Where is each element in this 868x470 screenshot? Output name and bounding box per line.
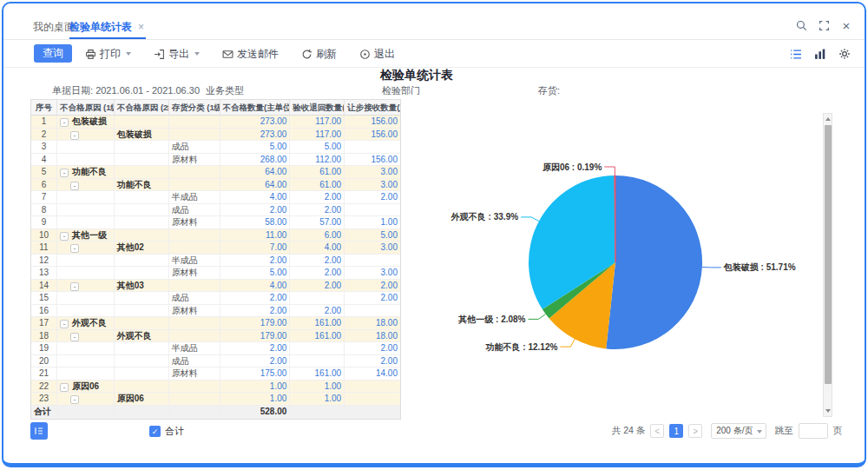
refresh-button[interactable]: 刷新	[301, 47, 337, 62]
cell-reason2: 原因06	[115, 393, 169, 406]
table-row[interactable]: 12半成品2.002.00	[31, 255, 400, 268]
print-button[interactable]: 打印	[85, 47, 131, 62]
cell-accept-qty: 18.00	[345, 330, 400, 343]
check-icon: ✓	[152, 427, 159, 436]
jump-page-input[interactable]	[799, 423, 828, 439]
collapse-icon[interactable]: -	[60, 118, 69, 127]
cell-accept-qty	[345, 255, 400, 268]
table-row[interactable]: 21原材料175.00161.0014.00	[31, 367, 400, 381]
vertical-scrollbar[interactable]	[823, 113, 832, 417]
cell-reason2	[115, 204, 169, 217]
filter-inspect-dept[interactable]: 检验部门	[382, 84, 420, 97]
filter-stock[interactable]: 存货:	[538, 84, 560, 97]
tab-report[interactable]: 检验单统计表×	[69, 17, 146, 39]
table-row[interactable]: 10-其他一级11.006.005.00	[31, 229, 400, 242]
gear-icon[interactable]	[838, 48, 851, 60]
cell-qty: 2.00	[220, 355, 291, 368]
pie-chart[interactable]: 包装破损 : 51.71%功能不良 : 12.12%其他一级 : 2.08%外观…	[417, 103, 826, 427]
table-row[interactable]: 11-其他027.004.003.00	[31, 242, 400, 255]
cell-category	[169, 381, 220, 394]
list-view-icon[interactable]	[790, 49, 802, 60]
table-row[interactable]: 14-其他034.002.002.00	[31, 280, 400, 293]
footer-cell	[345, 406, 400, 419]
cell-return-qty: 61.00	[290, 179, 345, 192]
collapse-icon[interactable]: -	[70, 131, 79, 140]
cell-reason2	[115, 381, 169, 394]
table-row[interactable]: 3成品5.005.00	[31, 141, 400, 154]
query-button[interactable]: 查询	[34, 44, 72, 63]
total-checkbox[interactable]: ✓	[149, 426, 161, 437]
fullscreen-icon[interactable]	[818, 19, 830, 31]
table-row[interactable]: 22-原因061.001.00	[31, 381, 400, 394]
cell-reason1: -其他一级	[57, 229, 115, 242]
table-row[interactable]: 15成品2.002.00	[31, 292, 400, 305]
collapse-icon[interactable]: -	[70, 182, 79, 190]
cell-no: 2	[31, 129, 57, 142]
table-row[interactable]: 16原材料2.002.00	[31, 305, 400, 318]
table-row[interactable]: 4原材料268.00112.00156.00	[31, 154, 400, 167]
cell-no: 17	[31, 317, 57, 330]
table-row[interactable]: 6-功能不良64.0061.003.00	[31, 179, 400, 192]
table-row[interactable]: 17-外观不良179.00161.0018.00	[31, 317, 400, 330]
table-row[interactable]: 23-原因061.001.00	[31, 393, 400, 406]
next-page-button[interactable]: >	[688, 424, 702, 438]
printer-icon	[85, 49, 96, 60]
collapse-icon[interactable]: -	[70, 282, 79, 291]
column-header[interactable]: 验收退回数量(主单位)	[290, 100, 345, 116]
column-header[interactable]: 存货分类 (1级)	[169, 100, 220, 116]
cell-accept-qty: 2.00	[345, 292, 400, 305]
filter-business-type[interactable]: 业务类型	[206, 84, 244, 97]
column-header[interactable]: 让步接收数量(主单位)	[345, 100, 400, 116]
table-row[interactable]: 5-功能不良64.0061.003.00	[31, 166, 400, 179]
tab-my-desktop[interactable]: 我的桌面	[33, 17, 75, 39]
collapse-icon[interactable]: -	[60, 232, 69, 241]
table-row[interactable]: 20成品2.002.00	[31, 355, 400, 368]
filter-date-value[interactable]: 2021.06.01 - 2021.06.30	[95, 85, 200, 96]
cell-return-qty: 2.00	[290, 255, 345, 268]
cell-category: 半成品	[169, 342, 220, 355]
collapse-icon[interactable]: -	[70, 244, 79, 253]
send-email-button[interactable]: 发送邮件	[222, 47, 279, 62]
collapse-icon[interactable]: -	[70, 395, 79, 404]
table-row[interactable]: 9原材料58.0057.001.00	[31, 216, 400, 229]
cell-accept-qty	[345, 204, 400, 217]
cell-accept-qty: 3.00	[345, 267, 400, 280]
scroll-down-icon[interactable]	[824, 406, 832, 416]
panel-toggle-button[interactable]	[30, 422, 48, 440]
collapse-icon[interactable]: -	[70, 333, 79, 341]
close-tab-icon[interactable]: ×	[138, 21, 144, 33]
export-icon	[154, 49, 165, 60]
search-icon[interactable]	[795, 19, 807, 31]
scroll-up-icon[interactable]	[824, 114, 832, 124]
scrollbar-thumb[interactable]	[825, 125, 832, 384]
table-row[interactable]: 18-外观不良179.00161.0018.00	[31, 330, 400, 343]
refresh-icon	[301, 49, 312, 60]
cell-category	[169, 330, 220, 343]
table-row[interactable]: 1-包装破损273.00117.00156.00	[31, 116, 400, 129]
table-header-row: 序号不合格原因 (1级)不合格原因 (2级)存货分类 (1级)不合格数量(主单位…	[31, 100, 400, 116]
column-header[interactable]: 序号	[31, 100, 57, 116]
table-row[interactable]: 8成品2.002.00	[31, 204, 400, 217]
close-window-icon[interactable]: ×	[840, 19, 852, 31]
cell-return-qty: 117.00	[290, 116, 345, 129]
collapse-icon[interactable]: -	[60, 383, 69, 392]
current-page-button[interactable]: 1	[669, 424, 683, 438]
chart-view-icon[interactable]	[814, 49, 826, 60]
pie-slice-包装破损[interactable]	[606, 175, 702, 349]
table-row[interactable]: 19半成品2.002.00	[31, 342, 400, 355]
table-row[interactable]: 7半成品4.002.002.00	[31, 191, 400, 204]
collapse-icon[interactable]: -	[60, 169, 69, 177]
send-email-label: 发送邮件	[237, 47, 279, 62]
column-header[interactable]: 不合格原因 (1级)	[57, 100, 115, 116]
column-header[interactable]: 不合格原因 (2级)	[115, 100, 169, 116]
column-header[interactable]: 不合格数量(主单位)	[220, 100, 291, 116]
collapse-icon[interactable]: -	[60, 320, 69, 328]
prev-page-button[interactable]: <	[650, 424, 664, 438]
exit-button[interactable]: 退出	[359, 47, 395, 62]
page-size-select[interactable]: 200 条/页	[711, 423, 766, 439]
table-row[interactable]: 13原材料5.002.003.00	[31, 267, 400, 280]
cell-accept-qty	[345, 381, 400, 394]
cell-category: 成品	[169, 355, 220, 368]
export-button[interactable]: 导出	[154, 47, 200, 62]
table-row[interactable]: 2-包装破损273.00117.00156.00	[31, 129, 400, 142]
